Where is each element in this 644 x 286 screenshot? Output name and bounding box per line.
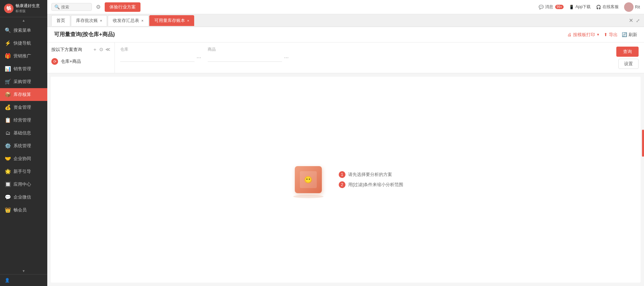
print-chevron: ▼ — [596, 33, 600, 36]
sidebar-item-label: 快捷导航 — [14, 40, 31, 46]
app-download-button[interactable]: 📱 App下载 — [569, 4, 591, 10]
sidebar-item-system[interactable]: ⚙️ 系统管理 — [0, 139, 47, 152]
sidebar-item-enterprise[interactable]: 🤝 企业协同 — [0, 152, 47, 165]
filter-action-buttons: 查询 设置 — [616, 47, 639, 69]
collapse-icon[interactable]: ≪ — [105, 47, 110, 53]
tab-batch[interactable]: 库存批次账 × — [71, 15, 107, 26]
refresh-icon: 🔄 — [622, 32, 627, 37]
warehouse-label: 仓库 — [120, 47, 201, 52]
sidebar-item-label: 搜索菜单 — [14, 27, 31, 33]
sidebar-item-member[interactable]: 👑 畅会员 — [0, 204, 47, 216]
sidebar-item-label: 企业微信 — [14, 194, 31, 200]
export-label: 导出 — [609, 32, 618, 38]
sidebar-nav: 🔍 搜索菜单 ⚡ 快捷导航 🎁 营销推广 📊 销售管理 🛒 采购管理 📦 库存核… — [0, 24, 47, 267]
service-icon: 🎧 — [596, 5, 601, 9]
member-icon: 👑 — [5, 207, 11, 213]
tab-home[interactable]: 首页 — [51, 15, 70, 26]
topbar-search-box[interactable]: 🔍 — [51, 3, 92, 11]
sidebar-item-finance[interactable]: 💰 资金管理 — [0, 101, 47, 114]
print-button[interactable]: 🖨 按模板打印 ▼ — [567, 32, 600, 38]
sidebar-item-label: 采购管理 — [14, 79, 31, 85]
empty-box-face: 😶 — [300, 171, 317, 188]
tab-available-label: 可用量库存账本 — [154, 18, 185, 24]
hint-number-2: 2 — [339, 181, 345, 188]
query-button[interactable]: 查询 — [616, 47, 639, 57]
sidebar-item-inventory[interactable]: 📦 库存核算 — [0, 88, 47, 101]
warehouse-input-row: ··· — [120, 54, 201, 62]
sidebar-item-apps[interactable]: 🔲 应用中心 — [0, 178, 47, 191]
sidebar-scroll-up[interactable]: ▲ — [0, 17, 47, 24]
warehouse-input[interactable] — [120, 54, 195, 62]
sidebar-item-basic[interactable]: 🗂 基础信息 — [0, 127, 47, 139]
tab-batch-close[interactable]: × — [100, 19, 102, 23]
username-label: Rit — [635, 5, 640, 9]
sidebar-item-newbie[interactable]: 🌟 新手引导 — [0, 165, 47, 178]
topbar-actions: 💬 消息 99+ 📱 App下载 🎧 在线客服 Rit — [539, 2, 640, 12]
brand-icon: 畅 — [4, 4, 14, 13]
goods-input[interactable] — [208, 54, 282, 62]
sidebar: 畅 畅康通好生意 标准版 ▲ 🔍 搜索菜单 ⚡ 快捷导航 🎁 营销推广 📊 销售… — [0, 0, 47, 286]
filter-scheme-item[interactable]: ⟳ 仓库+商品 — [47, 55, 114, 68]
sidebar-item-sales[interactable]: 📊 销售管理 — [0, 62, 47, 75]
tabbar-expand-icon[interactable]: ⤢ — [636, 18, 640, 23]
tabbar-right-actions: ✕ ⤢ — [629, 17, 640, 24]
filter-sidebar-header: 按以下方案查询 ＋ ⊙ ≪ — [47, 47, 114, 55]
search-input[interactable] — [61, 5, 88, 9]
goods-more-icon[interactable]: ··· — [284, 55, 288, 61]
goods-label: 商品 — [208, 47, 288, 52]
purchase-icon: 🛒 — [5, 79, 11, 85]
sidebar-item-wechat[interactable]: 💬 企业微信 — [0, 191, 47, 204]
settings-scheme-icon[interactable]: ⊙ — [99, 47, 103, 53]
refresh-label: 刷新 — [628, 32, 637, 38]
sidebar-item-marketing[interactable]: 🎁 营销推广 — [0, 50, 47, 62]
user-profile-button[interactable]: Rit — [624, 2, 640, 12]
refresh-button[interactable]: 🔄 刷新 — [622, 32, 637, 38]
tabbar-close-icon[interactable]: ✕ — [629, 17, 633, 24]
sidebar-item-label: 应用中心 — [14, 181, 31, 187]
sidebar-item-label: 新手引导 — [14, 168, 31, 175]
sidebar-item-label: 经营管理 — [14, 117, 31, 123]
filter-scheme-label: 仓库+商品 — [61, 58, 81, 64]
add-scheme-icon[interactable]: ＋ — [93, 47, 97, 53]
tab-summary-close[interactable]: × — [141, 19, 143, 23]
export-icon: ⬆ — [604, 32, 608, 37]
warehouse-more-icon[interactable]: ··· — [197, 55, 201, 61]
tab-available[interactable]: 可用量库存账本 × — [149, 15, 194, 26]
sidebar-scroll-down[interactable]: ▼ — [0, 267, 47, 274]
search-icon: 🔍 — [5, 27, 11, 33]
main-area: 🔍 ⚙ 体验行业方案 💬 消息 99+ 📱 App下载 🎧 在线客服 Rit — [47, 0, 644, 286]
app-download-label: App下载 — [575, 4, 591, 10]
setting-button[interactable]: 设置 — [618, 59, 639, 69]
filter-fields: 仓库 ··· 商品 ··· 查询 设置 — [115, 43, 644, 73]
message-button[interactable]: 💬 消息 99+ — [539, 4, 564, 10]
page-header-actions: 🖨 按模板打印 ▼ ⬆ 导出 🔄 刷新 — [567, 32, 637, 38]
sidebar-item-operation[interactable]: 📋 经营管理 — [0, 114, 47, 127]
empty-state: 😶 1 请先选择要分析的方案 2 用[过滤]条件来缩小分析范围 — [51, 77, 641, 283]
page-title: 可用量查询(按仓库+商品) — [54, 31, 115, 38]
empty-hint-1: 1 请先选择要分析的方案 — [339, 171, 403, 178]
brand-name: 畅康通好生意 — [16, 3, 40, 9]
sidebar-item-purchase[interactable]: 🛒 采购管理 — [0, 75, 47, 88]
inventory-icon: 📦 — [5, 92, 11, 98]
online-service-button[interactable]: 🎧 在线客服 — [596, 4, 619, 10]
empty-hints: 1 请先选择要分析的方案 2 用[过滤]条件来缩小分析范围 — [339, 171, 403, 188]
print-icon: 🖨 — [567, 32, 572, 37]
sidebar-item-shortcut[interactable]: ⚡ 快捷导航 — [0, 37, 47, 50]
tab-summary[interactable]: 收发存汇总表 × — [108, 15, 148, 26]
avatar — [624, 2, 634, 12]
trial-button[interactable]: 体验行业方案 — [105, 2, 140, 12]
export-button[interactable]: ⬆ 导出 — [604, 32, 618, 38]
right-scrollbar[interactable] — [642, 130, 644, 157]
topbar: 🔍 ⚙ 体验行业方案 💬 消息 99+ 📱 App下载 🎧 在线客服 Rit — [47, 0, 644, 14]
sidebar-item-label: 资金管理 — [14, 104, 31, 110]
sales-icon: 📊 — [5, 66, 11, 72]
wechat-icon: 💬 — [5, 194, 11, 200]
settings-icon[interactable]: ⚙ — [95, 2, 102, 11]
tab-available-close[interactable]: × — [187, 19, 189, 23]
sidebar-item-search[interactable]: 🔍 搜索菜单 — [0, 24, 47, 37]
brand-area: 畅 畅康通好生意 标准版 — [0, 0, 47, 17]
goods-filter-field: 商品 ··· — [208, 47, 288, 62]
sidebar-item-label: 企业协同 — [14, 156, 31, 162]
tab-batch-label: 库存批次账 — [76, 18, 98, 24]
system-icon: ⚙️ — [5, 143, 11, 149]
